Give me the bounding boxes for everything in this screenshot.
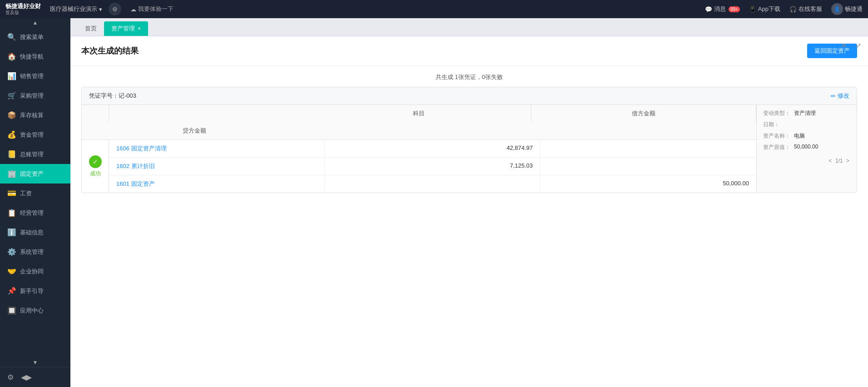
home-icon: 🏠 (7, 52, 16, 61)
sidebar-item-payroll[interactable]: 💳 工资 (0, 184, 70, 203)
expand-icon: ⤢ (855, 41, 861, 50)
customer-service-button[interactable]: 🎧 在线客服 (789, 5, 822, 13)
sidebar-scroll: 🔍 搜索菜单 🏠 快捷导航 📊 销售管理 🛒 采购管理 📦 库存核算 💰 (0, 27, 70, 358)
voucher-card: 凭证字号：记-003 ✏ 修改 科目 借方金额 (81, 87, 857, 193)
result-summary: 共生成 1张凭证，0张失败 (81, 73, 857, 81)
sidebar-item-guide[interactable]: 📌 新手引导 (0, 281, 70, 301)
app-download-button[interactable]: 📱 App下载 (749, 5, 780, 13)
settings-button[interactable]: ⚙ (109, 3, 121, 15)
workspace-label: 医疗器械行业演示 (50, 5, 97, 13)
sidebar-item-ledger[interactable]: 📒 总账管理 (0, 144, 70, 164)
close-icon: ✕ (841, 41, 847, 50)
debit-1606: 42,874.97 (325, 140, 541, 157)
asset-value-row: 资产原值： 50,000.00 (763, 144, 850, 151)
sidebar-item-sales[interactable]: 📊 销售管理 (0, 66, 70, 86)
message-badge: 99+ (729, 6, 740, 12)
download-icon: 📱 (749, 6, 756, 13)
page-content: ✕ ⤢ 本次生成的结果 返回固定资产 共生成 1张凭证，0张失败 凭证字号：记-… (70, 36, 868, 387)
tab-home-label: 首页 (85, 25, 97, 33)
workspace-selector[interactable]: 医疗器械行业演示 ▾ (50, 5, 104, 13)
logo-title: 畅捷通好业财 (5, 3, 41, 10)
sidebar-label-app-center: 应用中心 (20, 307, 44, 315)
result-area: 共生成 1张凭证，0张失败 凭证字号：记-003 ✏ 修改 (70, 66, 868, 200)
purchase-icon: 🛒 (7, 91, 16, 100)
sidebar-item-operations[interactable]: 📋 经营管理 (0, 203, 70, 223)
sidebar: ▲ 🔍 搜索菜单 🏠 快捷导航 📊 销售管理 🛒 采购管理 📦 库存核算 (0, 18, 70, 387)
voucher-right-panel: 变动类型： 资产清理 日期： 资产名称： 电脑 (757, 105, 857, 193)
settings-icon: ⚙ (112, 6, 118, 13)
subject-1602[interactable]: 1602 累计折旧 (109, 158, 325, 175)
asset-name-label: 资产名称： (763, 132, 790, 140)
header-right: 💬 消息 99+ 📱 App下载 🎧 在线客服 👤 畅捷通 (705, 3, 863, 15)
sidebar-item-funds[interactable]: 💰 资金管理 (0, 125, 70, 144)
app-download-label: App下载 (758, 5, 780, 13)
tab-home[interactable]: 首页 (78, 21, 104, 36)
sales-icon: 📊 (7, 72, 16, 80)
change-type-row: 变动类型： 资产清理 (763, 109, 850, 117)
voucher-body: 科目 借方金额 贷方金额 ✓ 成功 (82, 105, 857, 193)
tab-close-icon[interactable]: × (138, 25, 141, 32)
pagination-next[interactable]: > (846, 158, 849, 164)
logo-area: 畅捷通好业财 普及版 (5, 3, 41, 15)
col-debit: 借方金额 (531, 105, 756, 122)
sidebar-item-fixed-assets[interactable]: 🏢 固定资产 (0, 164, 70, 184)
guide-icon: 📌 (7, 287, 16, 295)
sidebar-label-enterprise: 企业协同 (20, 268, 44, 276)
tab-asset-mgmt[interactable]: 资产管理 × (104, 21, 148, 36)
voucher-number: 凭证字号：记-003 (89, 92, 136, 100)
content-area: 首页 资产管理 × ✕ ⤢ 本次生成的结果 返回固定资产 (70, 18, 868, 387)
sidebar-bottom: ⚙ ◀▶ (0, 367, 70, 387)
service-icon: 🎧 (789, 6, 797, 13)
sidebar-label-quick-nav: 快捷导航 (20, 53, 44, 61)
subject-1601[interactable]: 1601 固定资产 (109, 175, 325, 193)
experience-button[interactable]: ☁ 我要体验一下 (129, 5, 174, 13)
operations-icon: 📋 (7, 208, 16, 217)
enterprise-icon: 🤝 (7, 267, 16, 276)
sidebar-label-guide: 新手引导 (20, 287, 44, 295)
success-indicator: ✓ 成功 (82, 140, 109, 193)
float-controls: ✕ ⤢ (833, 36, 868, 55)
sidebar-label-search: 搜索菜单 (20, 33, 44, 41)
sidebar-item-enterprise[interactable]: 🤝 企业协同 (0, 262, 70, 281)
workspace-chevron-icon: ▾ (99, 6, 102, 13)
sidebar-item-inventory[interactable]: 📦 库存核算 (0, 105, 70, 125)
customer-service-label: 在线客服 (799, 5, 822, 13)
voucher-edit-button[interactable]: ✏ 修改 (831, 92, 849, 100)
collapse-icon[interactable]: ◀▶ (21, 373, 32, 382)
sidebar-item-app-center[interactable]: 🔲 应用中心 (0, 301, 70, 320)
success-circle: ✓ (89, 155, 102, 168)
expand-panel-button[interactable]: ⤢ (852, 39, 864, 52)
user-area[interactable]: 👤 畅捷通 (831, 3, 863, 15)
asset-name-value: 电脑 (794, 132, 805, 140)
sidebar-item-quick-nav[interactable]: 🏠 快捷导航 (0, 47, 70, 66)
subject-1606[interactable]: 1606 固定资产清理 (109, 140, 325, 157)
avatar: 👤 (831, 3, 843, 15)
pagination-prev[interactable]: < (829, 158, 832, 164)
sidebar-label-ledger: 总账管理 (20, 150, 44, 159)
sidebar-label-fixed-assets: 固定资产 (20, 170, 44, 178)
ledger-icon: 📒 (7, 150, 16, 159)
system-icon: ⚙️ (7, 248, 16, 256)
main-layout: ▲ 🔍 搜索菜单 🏠 快捷导航 📊 销售管理 🛒 采购管理 📦 库存核算 (0, 18, 868, 387)
sidebar-item-system[interactable]: ⚙️ 系统管理 (0, 242, 70, 262)
sidebar-item-search[interactable]: 🔍 搜索菜单 (0, 27, 70, 47)
tab-bar: 首页 资产管理 × (70, 18, 868, 36)
scroll-down-arrow[interactable]: ▼ (0, 358, 70, 367)
message-button[interactable]: 💬 消息 99+ (705, 5, 740, 13)
scroll-up-arrow[interactable]: ▲ (0, 18, 70, 27)
settings-bottom-icon[interactable]: ⚙ (7, 373, 14, 382)
fixed-assets-icon: 🏢 (7, 169, 16, 178)
table-header: 科目 借方金额 贷方金额 (82, 105, 756, 140)
sidebar-label-sales: 销售管理 (20, 72, 44, 80)
table-row: 1606 固定资产清理 42,874.97 (109, 140, 756, 158)
close-panel-button[interactable]: ✕ (837, 39, 850, 52)
arrow-up-icon: ▲ (33, 20, 38, 26)
voucher-header: 凭证字号：记-003 ✏ 修改 (82, 87, 857, 105)
sidebar-item-purchase[interactable]: 🛒 采购管理 (0, 86, 70, 105)
arrow-down-icon: ▼ (33, 359, 38, 366)
inventory-icon: 📦 (7, 111, 16, 119)
basic-info-icon: ℹ️ (7, 228, 16, 237)
sidebar-label-purchase: 采购管理 (20, 92, 44, 100)
page-header: 本次生成的结果 返回固定资产 (70, 36, 868, 66)
sidebar-item-basic-info[interactable]: ℹ️ 基础信息 (0, 223, 70, 242)
